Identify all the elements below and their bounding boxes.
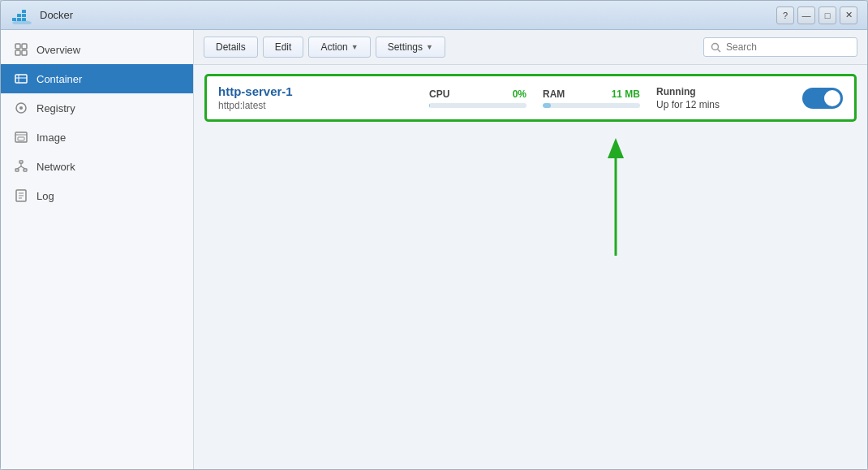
search-box xyxy=(703,37,857,57)
svg-point-15 xyxy=(19,106,23,110)
ram-label: RAM xyxy=(543,88,565,100)
image-label: Image xyxy=(37,132,66,144)
container-label: Container xyxy=(37,73,82,85)
svg-rect-9 xyxy=(15,50,20,55)
details-button[interactable]: Details xyxy=(204,37,258,58)
title-bar: Docker ? — □ ✕ xyxy=(1,1,867,30)
svg-rect-10 xyxy=(22,50,27,55)
table-row: http-server-1 httpd:latest CPU 0% xyxy=(205,75,856,121)
action-dropdown-arrow: ▼ xyxy=(351,43,359,51)
container-stats: CPU 0% RAM 11 MB xyxy=(429,86,789,110)
registry-label: Registry xyxy=(37,102,75,114)
container-icon xyxy=(14,71,28,86)
svg-rect-18 xyxy=(18,137,24,140)
container-name[interactable]: http-server-1 xyxy=(218,84,429,98)
search-icon xyxy=(711,42,721,53)
svg-rect-8 xyxy=(22,44,27,49)
settings-button[interactable]: Settings ▼ xyxy=(376,37,445,58)
sidebar-item-container[interactable]: Container xyxy=(1,64,193,93)
cpu-stat-header: CPU 0% xyxy=(429,88,526,100)
overview-label: Overview xyxy=(37,44,80,56)
container-image: httpd:latest xyxy=(218,100,429,111)
container-toggle[interactable] xyxy=(802,88,843,109)
sidebar-item-log[interactable]: Log xyxy=(1,181,193,210)
app-window: Docker ? — □ ✕ Overview xyxy=(0,0,868,470)
title-bar-left: Docker xyxy=(11,6,73,24)
log-label: Log xyxy=(37,190,54,202)
content-area: Details Edit Action ▼ Settings ▼ xyxy=(194,30,867,469)
edit-button[interactable]: Edit xyxy=(263,37,304,58)
ram-stat: RAM 11 MB xyxy=(543,88,640,108)
status-label: Running xyxy=(656,86,696,97)
container-info: http-server-1 httpd:latest xyxy=(218,84,429,111)
uptime-label: Up for 12 mins xyxy=(656,99,720,110)
sidebar-item-overview[interactable]: Overview xyxy=(1,35,193,64)
ram-value: 11 MB xyxy=(612,88,640,100)
svg-rect-21 xyxy=(24,169,27,171)
svg-line-30 xyxy=(718,49,721,52)
cpu-label: CPU xyxy=(429,88,449,100)
ram-bar-bg xyxy=(543,103,640,108)
cpu-stat: CPU 0% xyxy=(429,88,526,108)
svg-point-29 xyxy=(712,43,719,50)
container-list: http-server-1 httpd:latest CPU 0% xyxy=(194,65,867,469)
annotation-arrow xyxy=(591,130,640,260)
sidebar: Overview Container xyxy=(1,30,194,469)
app-logo xyxy=(11,6,33,24)
toggle-knob xyxy=(824,90,840,106)
search-input[interactable] xyxy=(726,41,840,53)
ram-stat-header: RAM 11 MB xyxy=(543,88,640,100)
sidebar-item-image[interactable]: Image xyxy=(1,123,193,152)
sidebar-item-network[interactable]: Network xyxy=(1,152,193,181)
help-button[interactable]: ? xyxy=(776,6,794,24)
registry-icon xyxy=(14,101,28,115)
svg-rect-7 xyxy=(15,44,20,49)
close-button[interactable]: ✕ xyxy=(840,6,857,24)
svg-line-24 xyxy=(21,166,25,169)
toolbar: Details Edit Action ▼ Settings ▼ xyxy=(194,30,867,65)
network-icon xyxy=(14,159,28,174)
main-layout: Overview Container xyxy=(1,30,867,469)
settings-dropdown-arrow: ▼ xyxy=(426,43,433,51)
network-label: Network xyxy=(37,161,75,173)
cpu-value: 0% xyxy=(513,88,526,100)
svg-rect-3 xyxy=(17,14,21,17)
ram-bar-fill xyxy=(543,103,551,108)
sidebar-item-registry[interactable]: Registry xyxy=(1,93,193,123)
svg-rect-0 xyxy=(12,18,16,21)
overview-icon xyxy=(14,42,28,57)
svg-rect-19 xyxy=(19,161,23,163)
log-icon xyxy=(14,188,28,203)
maximize-button[interactable]: □ xyxy=(819,6,836,24)
app-title: Docker xyxy=(40,9,73,21)
container-status: Running Up for 12 mins xyxy=(656,86,754,110)
cpu-bar-bg xyxy=(429,103,526,108)
action-button[interactable]: Action ▼ xyxy=(308,37,370,58)
svg-rect-11 xyxy=(15,75,27,83)
svg-rect-5 xyxy=(22,10,26,13)
svg-rect-4 xyxy=(22,14,26,17)
svg-rect-20 xyxy=(15,169,19,171)
image-icon xyxy=(14,130,28,144)
cpu-bar-fill xyxy=(429,103,430,108)
minimize-button[interactable]: — xyxy=(797,6,815,24)
svg-marker-32 xyxy=(608,138,624,158)
window-controls: ? — □ ✕ xyxy=(776,6,857,24)
svg-line-23 xyxy=(17,166,21,169)
